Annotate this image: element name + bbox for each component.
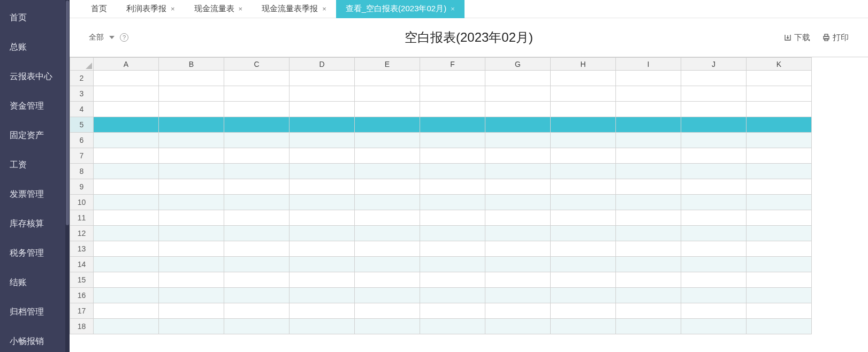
sidebar-scrollbar[interactable] xyxy=(65,0,70,352)
cell[interactable] xyxy=(355,288,420,303)
cell[interactable] xyxy=(551,71,616,86)
row-header[interactable]: 17 xyxy=(70,303,94,319)
cell[interactable] xyxy=(355,257,420,272)
cell[interactable] xyxy=(485,148,551,164)
row-header[interactable]: 14 xyxy=(70,257,94,272)
cell[interactable] xyxy=(616,257,681,272)
cell[interactable] xyxy=(94,117,159,133)
row-header[interactable]: 15 xyxy=(70,272,94,288)
cell[interactable] xyxy=(355,117,420,133)
cell[interactable] xyxy=(290,241,355,257)
cell[interactable] xyxy=(485,226,551,241)
cell[interactable] xyxy=(551,164,616,179)
cell[interactable] xyxy=(616,179,681,195)
cell[interactable] xyxy=(747,272,812,288)
cell[interactable] xyxy=(681,226,747,241)
cell[interactable] xyxy=(485,210,551,226)
cell[interactable] xyxy=(159,226,224,241)
cell[interactable] xyxy=(616,102,681,117)
cell[interactable] xyxy=(290,210,355,226)
cell[interactable] xyxy=(94,164,159,179)
cell[interactable] xyxy=(616,133,681,148)
cell[interactable] xyxy=(747,210,812,226)
cell[interactable] xyxy=(681,133,747,148)
sidebar-item-inventory[interactable]: 库存核算 xyxy=(0,209,70,239)
cell[interactable] xyxy=(94,86,159,102)
cell[interactable] xyxy=(681,195,747,210)
cell[interactable] xyxy=(747,241,812,257)
row-header[interactable]: 11 xyxy=(70,210,94,226)
cell[interactable] xyxy=(485,117,551,133)
cell[interactable] xyxy=(747,86,812,102)
cell[interactable] xyxy=(485,195,551,210)
sidebar-item-ledger[interactable]: 总账 xyxy=(0,33,70,62)
spreadsheet[interactable]: ABCDEFGHIJK23456789101112131415161718 xyxy=(70,57,868,352)
row-header[interactable]: 10 xyxy=(70,195,94,210)
cell[interactable] xyxy=(747,164,812,179)
row-header[interactable]: 3 xyxy=(70,86,94,102)
column-header[interactable]: F xyxy=(420,58,485,71)
cell[interactable] xyxy=(616,241,681,257)
cell[interactable] xyxy=(355,164,420,179)
column-header[interactable]: H xyxy=(551,58,616,71)
cell[interactable] xyxy=(355,210,420,226)
sidebar-item-invoices[interactable]: 发票管理 xyxy=(0,180,70,209)
cell[interactable] xyxy=(551,272,616,288)
cell[interactable] xyxy=(747,179,812,195)
cell[interactable] xyxy=(159,195,224,210)
select-all-cell[interactable] xyxy=(70,58,94,71)
cell[interactable] xyxy=(355,272,420,288)
cell[interactable] xyxy=(747,148,812,164)
cell[interactable] xyxy=(290,195,355,210)
cell[interactable] xyxy=(485,257,551,272)
cell[interactable] xyxy=(485,86,551,102)
cell[interactable] xyxy=(747,117,812,133)
sidebar-item-fixed-assets[interactable]: 固定资产 xyxy=(0,121,70,150)
cell[interactable] xyxy=(224,86,290,102)
cell[interactable] xyxy=(681,288,747,303)
row-header[interactable]: 5 xyxy=(70,117,94,133)
cell[interactable] xyxy=(159,319,224,334)
print-button[interactable]: 打印 xyxy=(822,33,849,43)
column-header[interactable]: C xyxy=(224,58,290,71)
cell[interactable] xyxy=(290,102,355,117)
cell[interactable] xyxy=(159,210,224,226)
cell[interactable] xyxy=(290,226,355,241)
cell[interactable] xyxy=(681,272,747,288)
cell[interactable] xyxy=(94,226,159,241)
cell[interactable] xyxy=(224,117,290,133)
cell[interactable] xyxy=(485,288,551,303)
cell[interactable] xyxy=(485,102,551,117)
cell[interactable] xyxy=(290,257,355,272)
cell[interactable] xyxy=(551,241,616,257)
cell[interactable] xyxy=(224,272,290,288)
cell[interactable] xyxy=(290,179,355,195)
cell[interactable] xyxy=(420,257,485,272)
cell[interactable] xyxy=(616,288,681,303)
cell[interactable] xyxy=(355,319,420,334)
cell[interactable] xyxy=(616,226,681,241)
cell[interactable] xyxy=(551,195,616,210)
cell[interactable] xyxy=(224,133,290,148)
cell[interactable] xyxy=(681,148,747,164)
cell[interactable] xyxy=(616,303,681,319)
cell[interactable] xyxy=(94,71,159,86)
cell[interactable] xyxy=(290,117,355,133)
cell[interactable] xyxy=(747,195,812,210)
cell[interactable] xyxy=(224,288,290,303)
sidebar-item-archive[interactable]: 归档管理 xyxy=(0,297,70,327)
sidebar-item-salary[interactable]: 工资 xyxy=(0,150,70,180)
cell[interactable] xyxy=(551,102,616,117)
cell[interactable] xyxy=(551,226,616,241)
cell[interactable] xyxy=(94,102,159,117)
cell[interactable] xyxy=(94,195,159,210)
close-icon[interactable]: × xyxy=(322,5,326,13)
cell[interactable] xyxy=(616,148,681,164)
cell[interactable] xyxy=(290,164,355,179)
cell[interactable] xyxy=(159,303,224,319)
cell[interactable] xyxy=(681,319,747,334)
cell[interactable] xyxy=(94,303,159,319)
cell[interactable] xyxy=(224,319,290,334)
cell[interactable] xyxy=(420,133,485,148)
cell[interactable] xyxy=(616,319,681,334)
